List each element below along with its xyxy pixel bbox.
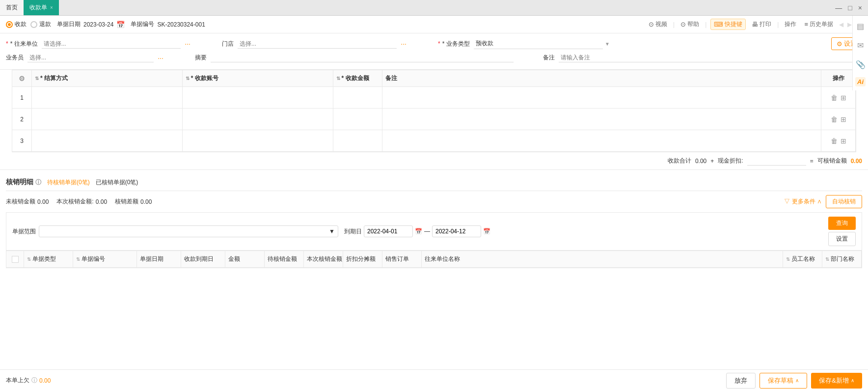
help-btn[interactable]: ⊙ 帮助 [678, 19, 701, 29]
this-label: 本次核销金额: [56, 197, 93, 206]
summary-input[interactable] [211, 53, 514, 62]
cal-from-icon[interactable]: 📅 [415, 228, 422, 235]
row2-action: 🗑 ⊞ [821, 109, 856, 130]
receipt-radio[interactable]: 收款 [6, 20, 27, 28]
row2-account[interactable] [183, 109, 333, 130]
tab-current[interactable]: 收款单 × [24, 0, 59, 15]
row1-account[interactable] [183, 87, 333, 108]
row1-amount[interactable] [333, 87, 382, 108]
summary-field: 摘要 [195, 53, 514, 62]
shortcut-icon: ⌨ [714, 21, 723, 28]
shop-label: 门店 [222, 40, 234, 48]
verify-actions: ▽ 更多条件 ∧ 自动核销 [784, 195, 862, 208]
due-date-label: 到期日 [344, 227, 362, 236]
row3-amount[interactable] [333, 130, 382, 151]
vth-check [6, 251, 24, 267]
bottom-prefix-label: 本单上欠 [6, 376, 29, 385]
range-select[interactable]: ▼ [39, 225, 338, 237]
filter-actions: 查询 设置 [828, 217, 856, 246]
operate-btn[interactable]: 操作 [783, 19, 798, 29]
sort-amount-icon: ⇅ [336, 76, 340, 81]
verify-section: 核销明细 ⓘ 待核销单据(0笔) 已核销单据(0笔) 未核销金额 0.00 本次… [0, 174, 868, 268]
discount-label: 现金折扣: [718, 157, 743, 165]
summary-row: 收款合计 0.00 + 现金折扣: = 可核销金额 0.00 [0, 152, 868, 170]
table-row: 3 🗑 ⊞ [12, 130, 856, 152]
partner-input[interactable] [42, 39, 181, 49]
staff-more-icon[interactable]: ··· [156, 54, 165, 62]
date-to-input[interactable] [432, 225, 481, 237]
bottom-bar: 本单上欠 ⓘ 0.00 放弃 保存草稿 ∧ 保存&新增 ∧ [0, 369, 868, 391]
pending-tab[interactable]: 待核销单据(0笔) [47, 178, 90, 187]
row1-note[interactable] [382, 87, 821, 108]
refund-radio[interactable]: 退款 [30, 20, 51, 28]
shortcut-btn[interactable]: ⌨ 快捷键 [710, 19, 746, 30]
shop-input[interactable] [238, 39, 397, 49]
row1-action: 🗑 ⊞ [821, 87, 856, 108]
row3-num: 3 [12, 130, 32, 151]
remark-input[interactable] [559, 53, 862, 62]
sidebar-clip-icon[interactable]: 📎 [854, 58, 868, 71]
table-row: 2 🗑 ⊞ [12, 109, 856, 130]
tab-close-icon[interactable]: × [50, 5, 53, 10]
draft-button[interactable]: 保存草稿 ∧ [760, 373, 807, 389]
verify-settings-button[interactable]: 设置 [828, 232, 856, 246]
row2-copy-icon[interactable]: ⊞ [841, 115, 846, 123]
col-amount-header: ⇅ * 收款金额 [333, 70, 382, 86]
video-btn[interactable]: ⊙ 视频 [647, 19, 669, 29]
save-button[interactable]: 保存&新增 ∧ [811, 373, 862, 389]
window-minimize[interactable]: — [833, 3, 844, 13]
verify-table: ⇅ 单据类型 ⇅ 单据编号 单据日期 收款到期日 金额 待核销金额 [6, 251, 862, 268]
row3-settle[interactable] [32, 130, 183, 151]
row2-settle[interactable] [32, 109, 183, 130]
discount-input[interactable] [747, 156, 806, 166]
staff-input[interactable] [27, 53, 154, 62]
row1-delete-icon[interactable]: 🗑 [831, 94, 838, 102]
date-from-input[interactable] [364, 225, 413, 237]
shop-more-icon[interactable]: ··· [399, 40, 408, 48]
receipt-refund-group: 收款 退款 [6, 20, 51, 28]
row2-note[interactable] [382, 109, 821, 130]
done-tab[interactable]: 已核销单据(0笔) [96, 178, 138, 187]
row3-account[interactable] [183, 130, 333, 151]
abandon-button[interactable]: 放弃 [726, 373, 756, 389]
biz-type-label: * 业务类型 [442, 40, 470, 48]
settings-gear-icon[interactable]: ⚙ [19, 75, 25, 83]
tab-bar-actions: — □ × [833, 3, 868, 13]
select-all-checkbox[interactable] [12, 256, 19, 263]
vth-no: ⇅ 单据编号 [73, 251, 137, 267]
biz-type-field: * * 业务类型 预收款 ▼ [438, 38, 610, 49]
refund-radio-dot [30, 21, 37, 28]
verify-info-icon[interactable]: ⓘ [35, 178, 41, 187]
vth-staff: ⇅ 员工名称 [783, 251, 822, 267]
calendar-icon[interactable]: 📅 [116, 21, 125, 28]
partner-more-icon[interactable]: ··· [183, 40, 192, 48]
row1-copy-icon[interactable]: ⊞ [841, 94, 846, 102]
row1-settle[interactable] [32, 87, 183, 108]
cal-to-icon[interactable]: 📅 [483, 228, 490, 235]
bottom-info-icon[interactable]: ⓘ [31, 376, 37, 385]
row3-delete-icon[interactable]: 🗑 [831, 137, 838, 145]
row2-delete-icon[interactable]: 🗑 [831, 115, 838, 123]
sidebar-table-icon[interactable]: ▤ [855, 20, 866, 33]
plus-sign: + [710, 158, 714, 165]
biz-type-arrow[interactable]: ▼ [605, 41, 610, 47]
auto-verify-button[interactable]: 自动核销 [826, 195, 862, 208]
vth-due: 收款到期日 [181, 251, 225, 267]
more-conditions-btn[interactable]: ▽ 更多条件 ∧ [784, 197, 822, 206]
date-value[interactable]: 2023-03-24 [83, 21, 113, 28]
window-close[interactable]: × [856, 3, 864, 13]
row3-note[interactable] [382, 130, 821, 151]
window-maximize[interactable]: □ [846, 3, 854, 13]
sidebar-ai-icon[interactable]: Ai [855, 77, 866, 86]
row3-copy-icon[interactable]: ⊞ [841, 137, 846, 145]
sidebar-email-icon[interactable]: ✉ [855, 39, 866, 52]
query-button[interactable]: 查询 [828, 217, 856, 230]
tab-home[interactable]: 首页 [0, 0, 24, 15]
form-area: * * 往来单位 ··· 门店 ··· * * 业务类型 预收款 ▼ [0, 33, 868, 70]
toolbar: 收款 退款 单据日期 2023-03-24 📅 单据编号 SK-20230324… [0, 16, 868, 33]
row2-amount[interactable] [333, 109, 382, 130]
vth-partner: 往来单位名称 [422, 251, 783, 267]
diff-stat: 核销差额 0.00 [115, 197, 152, 206]
print-btn[interactable]: 🖶 打印 [750, 19, 773, 29]
history-btn[interactable]: ≡ 历史单据 [802, 19, 835, 29]
